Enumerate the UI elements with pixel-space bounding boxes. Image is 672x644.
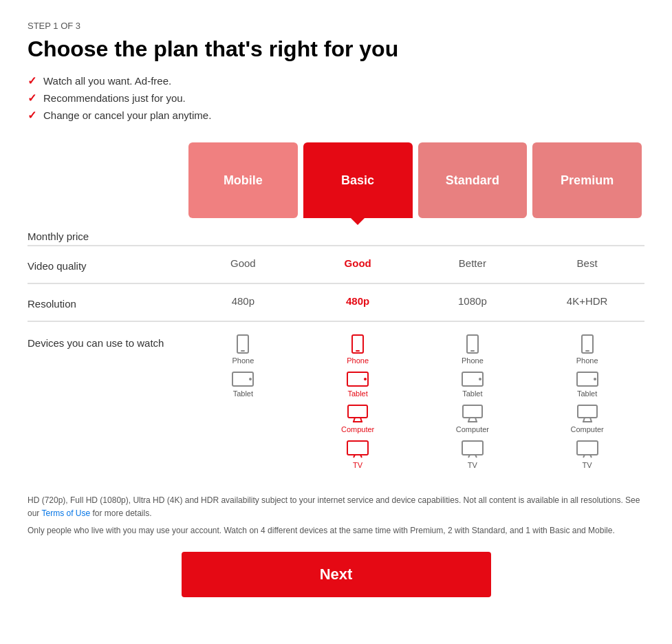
premium-resolution: 4K+HDR (530, 295, 644, 307)
standard-tv-label: TV (468, 461, 477, 469)
basic-computer-item: Computer (341, 405, 374, 433)
plan-card-premium[interactable]: Premium (532, 142, 642, 218)
resolution-row: Resolution 480p 480p 1080p 4K+HDR (28, 283, 644, 321)
plan-card-standard[interactable]: Standard (418, 142, 528, 218)
feature-item-3: ✓ Change or cancel your plan anytime. (28, 109, 644, 122)
computer-icon-premium (577, 405, 598, 422)
computer-icon-standard (462, 405, 483, 422)
standard-phone-item: Phone (462, 334, 484, 365)
basic-tv-item: TV (347, 440, 369, 469)
check-icon-3: ✓ (28, 109, 36, 122)
svg-rect-27 (585, 350, 589, 352)
svg-rect-5 (356, 350, 360, 352)
tv-icon-basic (347, 440, 369, 458)
basic-computer-label: Computer (341, 425, 374, 433)
feature-item-2: ✓ Recommendations just for you. (28, 92, 644, 105)
phone-icon-standard (466, 334, 479, 354)
premium-tv-item: TV (576, 440, 598, 469)
check-icon-2: ✓ (28, 92, 36, 105)
phone-icon-premium (581, 334, 594, 354)
svg-point-7 (364, 378, 367, 380)
premium-video-quality: Best (530, 257, 644, 269)
basic-tablet-item: Tablet (347, 372, 369, 398)
plan-cards-row: Mobile Basic Standard Premium (28, 142, 644, 218)
standard-tablet-item: Tablet (462, 372, 484, 398)
tablet-icon-premium (576, 372, 598, 387)
feature-list: ✓ Watch all you want. Ad-free. ✓ Recomme… (28, 74, 644, 122)
standard-tablet-label: Tablet (462, 389, 482, 398)
mobile-tablet-label: Tablet (233, 389, 253, 398)
terms-of-use-link[interactable]: Terms of Use (41, 508, 90, 518)
basic-phone-label: Phone (347, 356, 369, 365)
standard-resolution: 1080p (415, 295, 530, 307)
mobile-phone-item: Phone (232, 334, 254, 365)
basic-resolution: 480p (301, 295, 415, 307)
plan-card-basic[interactable]: Basic (303, 142, 413, 218)
tv-icon-standard (462, 440, 484, 458)
standard-computer-item: Computer (456, 405, 489, 433)
svg-rect-1 (241, 350, 245, 352)
monthly-price-row: Monthly price (28, 218, 644, 245)
premium-tablet-label: Tablet (577, 389, 597, 398)
mobile-tablet-item: Tablet (232, 372, 254, 398)
svg-rect-34 (577, 441, 598, 455)
svg-rect-16 (470, 350, 475, 352)
premium-tablet-item: Tablet (576, 372, 598, 398)
step-label: STEP 1 OF 3 (28, 21, 644, 31)
premium-computer-label: Computer (570, 425, 603, 433)
phone-icon-mobile (237, 334, 249, 354)
devices-row: Devices you can use to watch Phone Table… (28, 321, 644, 480)
svg-rect-19 (463, 405, 482, 418)
resolution-label: Resolution (28, 295, 186, 310)
monthly-price-label: Monthly price (28, 228, 186, 242)
plan-card-mobile[interactable]: Mobile (188, 142, 298, 218)
tablet-icon-basic (347, 372, 369, 387)
video-quality-label: Video quality (28, 257, 186, 272)
svg-point-18 (479, 378, 481, 380)
check-icon-1: ✓ (28, 74, 36, 87)
standard-phone-label: Phone (462, 356, 484, 365)
next-button[interactable]: Next (182, 552, 491, 597)
svg-rect-23 (462, 441, 483, 455)
svg-rect-12 (347, 441, 368, 455)
disclaimer: HD (720p), Full HD (1080p), Ultra HD (4K… (28, 494, 644, 538)
standard-computer-label: Computer (456, 425, 489, 433)
mobile-resolution: 480p (186, 295, 301, 307)
mobile-devices: Phone Tablet (186, 334, 301, 398)
premium-tv-label: TV (583, 461, 592, 469)
tv-icon-premium (576, 440, 598, 458)
basic-price (301, 228, 415, 242)
tablet-icon-mobile (232, 372, 254, 387)
phone-icon-basic (351, 334, 364, 354)
basic-phone-item: Phone (347, 334, 369, 365)
mobile-price (186, 228, 301, 242)
premium-phone-label: Phone (576, 356, 598, 365)
svg-point-3 (249, 378, 252, 380)
standard-video-quality: Better (415, 257, 530, 269)
basic-devices: Phone Tablet Computer TV (301, 334, 415, 469)
video-quality-row: Video quality Good Good Better Best (28, 246, 644, 283)
standard-devices: Phone Tablet Computer TV (415, 334, 530, 469)
standard-price (415, 228, 530, 242)
premium-devices: Phone Tablet Computer TV (530, 334, 644, 469)
basic-video-quality: Good (301, 257, 415, 269)
standard-tv-item: TV (462, 440, 484, 469)
page-title: Choose the plan that's right for you (28, 36, 644, 62)
basic-tablet-label: Tablet (347, 389, 367, 398)
mobile-phone-label: Phone (232, 356, 254, 365)
devices-label: Devices you can use to watch (28, 334, 186, 349)
svg-point-29 (594, 378, 596, 380)
mobile-video-quality: Good (186, 257, 301, 269)
svg-rect-8 (348, 405, 367, 418)
computer-icon-basic (347, 405, 368, 422)
svg-rect-30 (578, 405, 597, 418)
basic-tv-label: TV (353, 461, 362, 469)
premium-price (530, 228, 644, 242)
premium-computer-item: Computer (570, 405, 603, 433)
premium-phone-item: Phone (576, 334, 598, 365)
feature-item-1: ✓ Watch all you want. Ad-free. (28, 74, 644, 87)
tablet-icon-standard (462, 372, 484, 387)
